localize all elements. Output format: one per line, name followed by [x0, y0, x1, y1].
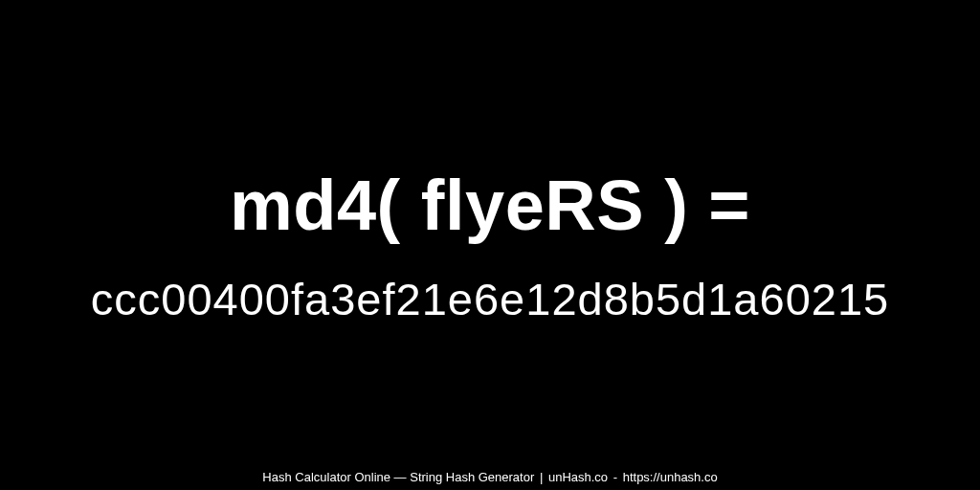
hash-expression: md4( flyeRS ) =	[230, 165, 750, 246]
footer-description: Hash Calculator Online — String Hash Gen…	[262, 470, 534, 484]
footer: Hash Calculator Online — String Hash Gen…	[0, 470, 980, 484]
footer-separator-dash: -	[613, 470, 617, 484]
footer-url: https://unhash.co	[623, 470, 718, 484]
hash-result: ccc00400fa3ef21e6e12d8b5d1a60215	[91, 273, 889, 325]
footer-separator: |	[540, 470, 543, 484]
main-content: md4( flyeRS ) = ccc00400fa3ef21e6e12d8b5…	[0, 0, 980, 490]
footer-site-name: unHash.co	[548, 470, 608, 484]
